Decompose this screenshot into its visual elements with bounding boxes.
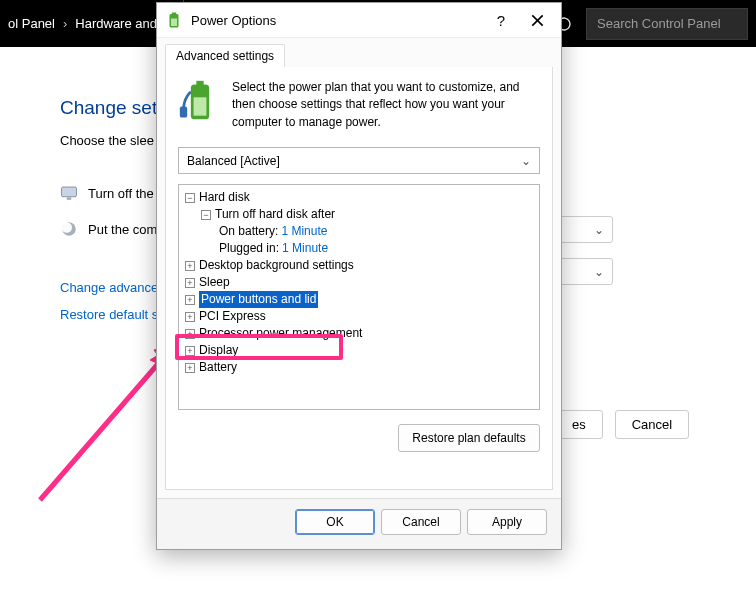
tree-pci-express[interactable]: + PCI Express: [179, 308, 539, 325]
expand-icon[interactable]: +: [185, 278, 195, 288]
search-input[interactable]: Search Control Panel: [586, 8, 748, 40]
crumb-control-panel[interactable]: ol Panel: [8, 16, 55, 31]
expand-icon[interactable]: +: [185, 363, 195, 373]
tree-sleep[interactable]: + Sleep: [179, 274, 539, 291]
bg-action-row: es Cancel: [555, 410, 689, 439]
dialog-titlebar[interactable]: Power Options ?: [157, 3, 561, 38]
cancel-button[interactable]: Cancel: [615, 410, 689, 439]
tree-processor-label: Processor power management: [199, 325, 362, 342]
tree-display[interactable]: + Display: [179, 342, 539, 359]
row-sleep-label: Put the com: [88, 222, 157, 237]
svg-rect-14: [196, 81, 203, 86]
tree-desktop-bg[interactable]: + Desktop background settings: [179, 257, 539, 274]
tree-on-battery[interactable]: On battery: 1 Minute: [179, 223, 539, 240]
save-changes-button[interactable]: es: [555, 410, 603, 439]
tree-battery-label: Battery: [199, 359, 237, 376]
power-options-dialog: Power Options ? Advanced settings Select…: [156, 2, 562, 550]
tree-desktop-bg-label: Desktop background settings: [199, 257, 354, 274]
power-plan-select[interactable]: Balanced [Active] ⌄: [178, 147, 540, 174]
power-plan-icon: [178, 79, 222, 123]
svg-rect-9: [172, 13, 177, 15]
expand-icon[interactable]: +: [185, 346, 195, 356]
tree-plugged-in-value[interactable]: 1 Minute: [282, 240, 328, 257]
svg-line-4: [40, 350, 170, 500]
tree-pci-label: PCI Express: [199, 308, 266, 325]
close-icon: [531, 14, 544, 27]
tree-plugged-in[interactable]: Plugged in: 1 Minute: [179, 240, 539, 257]
tree-on-battery-value[interactable]: 1 Minute: [281, 223, 327, 240]
tree-turnoff-after[interactable]: − Turn off hard disk after: [179, 206, 539, 223]
tree-power-buttons-label: Power buttons and lid: [199, 291, 318, 308]
collapse-icon[interactable]: −: [185, 193, 195, 203]
svg-point-3: [62, 222, 73, 233]
tree-processor[interactable]: + Processor power management: [179, 325, 539, 342]
expand-icon[interactable]: +: [185, 295, 195, 305]
tab-advanced-settings[interactable]: Advanced settings: [165, 44, 285, 67]
tab-strip: Advanced settings: [157, 38, 561, 67]
restore-plan-defaults-button[interactable]: Restore plan defaults: [398, 424, 540, 452]
tree-plugged-in-label: Plugged in:: [219, 240, 279, 257]
battery-icon: [165, 11, 183, 29]
close-button[interactable]: [519, 5, 555, 35]
tree-sleep-label: Sleep: [199, 274, 230, 291]
apply-button[interactable]: Apply: [467, 509, 547, 535]
moon-icon: [60, 220, 78, 238]
svg-rect-15: [194, 97, 207, 115]
tree-display-label: Display: [199, 342, 238, 359]
chevron-down-icon: ⌄: [521, 154, 531, 168]
svg-rect-16: [180, 107, 187, 118]
tree-turnoff-after-label: Turn off hard disk after: [215, 206, 335, 223]
tree-battery[interactable]: + Battery: [179, 359, 539, 376]
expand-icon[interactable]: +: [185, 312, 195, 322]
tree-power-buttons-lid[interactable]: + Power buttons and lid: [179, 291, 539, 308]
expand-icon[interactable]: +: [185, 261, 195, 271]
ok-button[interactable]: OK: [295, 509, 375, 535]
help-icon: ?: [497, 12, 505, 29]
dialog-button-row: OK Cancel Apply: [157, 498, 561, 549]
dialog-title: Power Options: [191, 13, 483, 28]
expand-icon[interactable]: +: [185, 329, 195, 339]
help-button[interactable]: ?: [483, 5, 519, 35]
cancel-button[interactable]: Cancel: [381, 509, 461, 535]
svg-rect-1: [67, 198, 72, 200]
dialog-description: Select the power plan that you want to c…: [232, 79, 540, 131]
settings-tree[interactable]: − Hard disk − Turn off hard disk after O…: [178, 184, 540, 410]
monitor-icon: [60, 184, 78, 202]
svg-rect-0: [62, 187, 77, 197]
tree-hard-disk[interactable]: − Hard disk: [179, 189, 539, 206]
search-placeholder: Search Control Panel: [597, 16, 721, 31]
collapse-icon[interactable]: −: [201, 210, 211, 220]
row-turn-off-label: Turn off the: [88, 186, 154, 201]
tree-on-battery-label: On battery:: [219, 223, 278, 240]
svg-rect-10: [171, 19, 177, 27]
tab-content: Select the power plan that you want to c…: [165, 67, 553, 490]
tree-hard-disk-label: Hard disk: [199, 189, 250, 206]
chevron-right-icon: ›: [63, 16, 67, 31]
power-plan-selected: Balanced [Active]: [187, 154, 280, 168]
